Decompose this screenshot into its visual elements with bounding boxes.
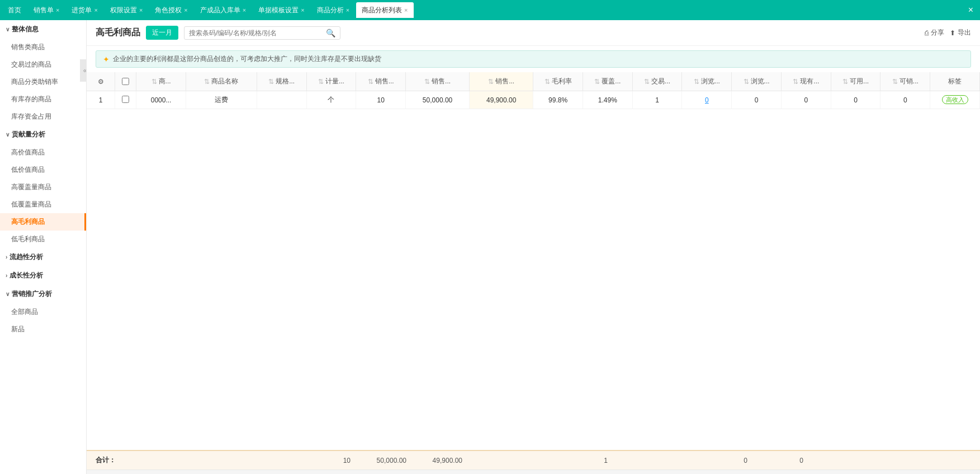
col-unit[interactable]: ⇅计量... [306,72,356,91]
close-icon[interactable]: × [139,7,143,13]
sort-icon: ⇅ [744,78,749,86]
sort-icon: ⇅ [268,78,274,86]
data-table: ⚙ ⇅商... ⇅商品名称 ⇅规格... [87,72,980,109]
sidebar-group-growth[interactable]: › 成长性分析 [0,266,86,285]
tab-home[interactable]: 首页 [2,2,27,18]
close-icon[interactable]: × [301,7,304,13]
export-icon: ⬆ [950,29,955,37]
close-icon[interactable]: × [404,7,408,13]
col-gross-rate[interactable]: ⇅毛利率 [533,72,583,91]
col-index: ⚙ [87,72,115,91]
col-sellable[interactable]: ⇅可销... [880,72,930,91]
col-sales-qty[interactable]: ⇅销售... [356,72,406,91]
table-row: 1 0000... 运费 个 10 50,000.00 49,900.00 99… [87,91,980,109]
col-tag[interactable]: 标签 [930,72,980,91]
col-browse1[interactable]: ⇅浏览... [682,72,732,91]
close-icon[interactable]: × [94,7,97,13]
sidebar-item-category-rate[interactable]: 商品分类助销率 [0,73,86,91]
col-browse2[interactable]: ⇅浏览... [732,72,782,91]
close-icon[interactable]: × [346,7,349,13]
sidebar-item-new-goods[interactable]: 新品 [0,321,86,338]
sidebar-item-traded-goods[interactable]: 交易过的商品 [0,56,86,73]
col-trade[interactable]: ⇅交易... [632,72,682,91]
chevron-right-icon: › [6,254,7,260]
info-icon: ✦ [103,55,110,64]
sort-icon: ⇅ [644,78,650,86]
sort-icon: ⇅ [318,78,324,86]
sort-icon: ⇅ [368,78,373,86]
top-nav: 首页 销售单 × 进货单 × 权限设置 × 角色授权 × 产成品入库单 × 单据… [0,0,980,20]
sidebar-item-high-coverage[interactable]: 高覆盖量商品 [0,179,86,196]
col-sales-profit[interactable]: ⇅销售... [470,72,533,91]
col-available[interactable]: ⇅可用... [831,72,880,91]
sidebar-group-overall[interactable]: ∨ 整体信息 [0,20,86,39]
tab-permissions[interactable]: 权限设置 × [105,2,148,18]
share-button[interactable]: ⎙ 分享 [925,28,944,37]
select-all-checkbox[interactable] [122,78,129,85]
col-current-stock[interactable]: ⇅现有... [781,72,831,91]
sort-icon: ⇅ [594,78,600,86]
col-code[interactable]: ⇅商... [136,72,186,91]
sidebar-group-contribution[interactable]: ∨ 贡献量分析 [0,125,86,144]
sidebar-group-trend[interactable]: › 流趋性分析 [0,248,86,266]
cell-index: 1 [87,91,115,109]
app-close-button[interactable]: × [964,5,978,15]
sidebar-item-low-margin[interactable]: 低毛利商品 [0,231,86,248]
sidebar-item-sales-goods[interactable]: 销售类商品 [0,39,86,56]
sidebar-item-all-goods[interactable]: 全部商品 [0,303,86,321]
cell-browse1[interactable]: 0 [682,91,732,109]
sidebar-item-in-stock[interactable]: 有库存的商品 [0,91,86,108]
cell-unit: 个 [306,91,356,109]
search-input[interactable] [189,29,324,37]
sort-icon: ⇅ [488,78,494,86]
close-icon[interactable]: × [56,7,59,13]
table-footer: 合计： 10 50,000.00 49,900.00 1 0 0 [87,450,980,470]
content-area: 高毛利商品 近一月 🔍 ⎙ 分享 ⬆ 导出 ✦ 企业的主要的利润都是这部分商品创… [87,20,980,474]
sort-icon: ⇅ [892,78,898,86]
tab-sales[interactable]: 销售单 × [28,2,65,18]
sidebar-item-low-value[interactable]: 低价值商品 [0,161,86,179]
sort-icon: ⇅ [793,78,798,86]
tab-purchase[interactable]: 进货单 × [66,2,103,18]
sort-icon: ⇅ [694,78,699,86]
filter-recent-month-button[interactable]: 近一月 [146,26,178,40]
tab-analysis-list[interactable]: 商品分析列表 × [356,2,413,18]
col-spec[interactable]: ⇅规格... [257,72,306,91]
sidebar-item-high-value[interactable]: 高价值商品 [0,144,86,161]
cell-checkbox[interactable] [115,91,136,109]
share-icon: ⎙ [925,29,929,37]
content-header: 高毛利商品 近一月 🔍 ⎙ 分享 ⬆ 导出 [87,20,980,46]
horizontal-scrollbar[interactable] [87,470,980,474]
search-box: 🔍 [184,26,340,40]
sidebar-item-high-margin[interactable]: 高毛利商品 [0,213,86,231]
sort-icon: ⇅ [842,78,848,86]
tab-inbound[interactable]: 产成品入库单 × [195,2,252,18]
row-checkbox[interactable] [122,96,129,103]
cell-sellable: 0 [880,91,930,109]
col-coverage[interactable]: ⇅覆盖... [583,72,632,91]
col-sales-amount[interactable]: ⇅销售... [406,72,470,91]
col-checkbox [115,72,136,91]
footer-available: 0 [759,457,803,464]
sidebar-collapse-button[interactable]: « [80,59,87,82]
sidebar: « ∨ 整体信息 销售类商品 交易过的商品 商品分类助销率 有库存的商品 库存资… [0,20,87,474]
close-icon[interactable]: × [243,7,246,13]
sidebar-item-low-coverage[interactable]: 低覆盖量商品 [0,196,86,213]
col-name[interactable]: ⇅商品名称 [186,72,257,91]
export-button[interactable]: ⬆ 导出 [950,28,971,37]
tab-template[interactable]: 单据模板设置 × [253,2,310,18]
cell-browse2: 0 [732,91,782,109]
sidebar-group-marketing[interactable]: ∨ 营销推广分析 [0,285,86,303]
cell-sales-qty: 10 [356,91,406,109]
footer-current-stock: 0 [703,457,747,464]
close-icon[interactable]: × [184,7,187,13]
search-icon[interactable]: 🔍 [326,29,335,37]
cell-gross-rate: 99.8% [533,91,583,109]
tab-roles[interactable]: 角色授权 × [149,2,193,18]
settings-icon[interactable]: ⚙ [98,78,104,86]
tab-analysis[interactable]: 商品分析 × [311,2,355,18]
main-layout: « ∨ 整体信息 销售类商品 交易过的商品 商品分类助销率 有库存的商品 库存资… [0,20,980,474]
sidebar-item-stock-capital[interactable]: 库存资金占用 [0,108,86,125]
cell-coverage: 1.49% [583,91,632,109]
footer-sales-amount: 50,000.00 [362,457,406,464]
